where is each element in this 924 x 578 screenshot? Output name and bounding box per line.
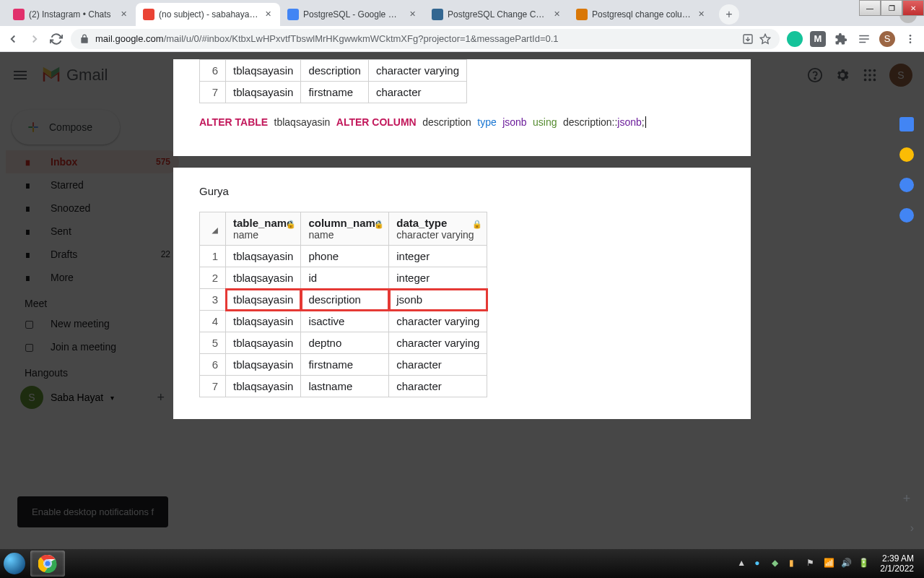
- table-row: 5tblaqsayasindeptnocharacter varying: [200, 332, 487, 354]
- reading-list-icon[interactable]: [856, 31, 872, 47]
- browser-tab[interactable]: PostgreSQL - Google Docs ✕: [280, 3, 424, 26]
- image-panel-1: 6tblaqsayasindescriptioncharacter varyin…: [173, 59, 751, 156]
- svg-point-5: [910, 38, 912, 40]
- clock-date: 2/1/2022: [880, 564, 914, 574]
- table-row: 1tblaqsayasinphoneinteger: [200, 246, 487, 267]
- tab-close-icon[interactable]: ✕: [263, 9, 273, 20]
- tray-icon[interactable]: ◆: [772, 558, 783, 569]
- reload-button[interactable]: [49, 32, 64, 46]
- forward-button[interactable]: [27, 32, 42, 46]
- contacts-icon[interactable]: [899, 208, 914, 223]
- tab-close-icon[interactable]: ✕: [118, 9, 128, 20]
- table-row: 3tblaqsayasindescriptionjsonb: [200, 289, 487, 311]
- tab-close-icon[interactable]: ✕: [407, 9, 417, 20]
- url-text: mail.google.com/mail/u/0/#inbox/KtbxLwHP…: [95, 33, 736, 44]
- volume-icon[interactable]: 🔊: [841, 558, 853, 569]
- new-tab-button[interactable]: +: [719, 4, 739, 25]
- col-table-name[interactable]: table_namename🔒: [226, 212, 301, 246]
- table-row: 7tblaqsayasinfirstnamecharacter: [200, 82, 467, 103]
- svg-point-4: [910, 35, 912, 37]
- attachment-viewer: 6tblaqsayasindescriptioncharacter varyin…: [173, 52, 751, 549]
- back-button[interactable]: [6, 32, 20, 46]
- table-row: 2tblaqsayasinidinteger: [200, 267, 487, 289]
- browser-tab-strip: (2) Instagram • Chats ✕ (no subject) - s…: [0, 0, 924, 26]
- extensions-button[interactable]: [833, 31, 849, 47]
- tab-favicon: [576, 9, 588, 20]
- lock-icon: [79, 34, 90, 44]
- tab-favicon: [287, 9, 299, 20]
- tab-favicon: [432, 9, 443, 20]
- table-row: 6tblaqsayasinfirstnamecharacter: [200, 354, 487, 376]
- tab-title: (no subject) - sabahayatkha: [159, 9, 258, 20]
- calendar-icon[interactable]: [899, 117, 914, 131]
- tray-icon[interactable]: ▮: [789, 558, 801, 569]
- battery-icon[interactable]: 🔋: [858, 558, 870, 569]
- menu-button[interactable]: [902, 31, 918, 47]
- tab-close-icon[interactable]: ✕: [696, 9, 706, 20]
- db-schema-table-partial: 6tblaqsayasindescriptioncharacter varyin…: [199, 59, 467, 103]
- lock-icon: 🔒: [374, 220, 384, 229]
- keep-icon[interactable]: [899, 147, 914, 162]
- tray-icon[interactable]: ▲: [737, 558, 749, 569]
- tab-title: Postgresql change column: [592, 9, 692, 20]
- browser-tab[interactable]: (no subject) - sabahayatkha ✕: [136, 3, 280, 26]
- tab-close-icon[interactable]: ✕: [552, 9, 562, 20]
- maximize-button[interactable]: ❐: [881, 0, 902, 16]
- tab-title: PostgreSQL - Google Docs: [303, 9, 403, 20]
- lock-icon: 🔒: [286, 220, 296, 229]
- col-data-type[interactable]: data_typecharacter varying🔒: [389, 212, 487, 246]
- lock-icon: 🔒: [472, 220, 482, 229]
- tray-icon[interactable]: ●: [754, 558, 766, 569]
- panel-title: Gurya: [173, 168, 751, 204]
- close-button[interactable]: ✕: [902, 0, 924, 16]
- tray-icon[interactable]: ⚑: [806, 558, 818, 569]
- install-icon[interactable]: [742, 33, 754, 45]
- image-panel-2: Gurya ◢ table_namename🔒 column_namename🔒…: [173, 168, 751, 419]
- col-column-name[interactable]: column_namename🔒: [301, 212, 389, 246]
- grammarly-extension-icon[interactable]: [787, 31, 803, 47]
- browser-tab[interactable]: (2) Instagram • Chats ✕: [6, 3, 136, 26]
- table-row: 6tblaqsayasindescriptioncharacter varyin…: [200, 60, 467, 82]
- toolbar: mail.google.com/mail/u/0/#inbox/KtbxLwHP…: [0, 26, 924, 52]
- table-row: 4tblaqsayasinisactivecharacter varying: [200, 311, 487, 332]
- window-controls: — ❐ ✕: [859, 0, 924, 16]
- network-icon[interactable]: 📶: [824, 558, 835, 569]
- account-button[interactable]: S: [879, 31, 895, 47]
- tab-title: PostgreSQL Change Colum: [448, 9, 547, 20]
- chrome-task-button[interactable]: [30, 551, 65, 577]
- clock[interactable]: 2:39 AM 2/1/2022: [876, 553, 918, 574]
- clock-time: 2:39 AM: [880, 553, 914, 564]
- db-schema-table: ◢ table_namename🔒 column_namename🔒 data_…: [199, 212, 487, 397]
- svg-point-6: [910, 41, 912, 43]
- tasks-icon[interactable]: [899, 178, 914, 192]
- add-addon-button[interactable]: +: [899, 491, 914, 506]
- browser-tab[interactable]: PostgreSQL Change Colum ✕: [424, 3, 569, 26]
- tab-favicon: [143, 9, 154, 20]
- collapse-panel-icon[interactable]: ›: [910, 522, 914, 535]
- sql-statement: ALTER TABLE tblaqsayasin ALTER COLUMN de…: [199, 116, 725, 129]
- star-icon[interactable]: [759, 33, 771, 45]
- address-bar[interactable]: mail.google.com/mail/u/0/#inbox/KtbxLwHP…: [71, 29, 780, 49]
- taskbar: ▲ ● ◆ ▮ ⚑ 📶 🔊 🔋 2:39 AM 2/1/2022: [0, 549, 924, 578]
- side-panel: + ›: [889, 52, 924, 549]
- tab-favicon: [13, 9, 25, 20]
- minimize-button[interactable]: —: [859, 0, 881, 16]
- browser-tab[interactable]: Postgresql change column ✕: [569, 3, 713, 26]
- start-button[interactable]: [0, 549, 29, 578]
- system-tray: ▲ ● ◆ ▮ ⚑ 📶 🔊 🔋 2:39 AM 2/1/2022: [737, 553, 924, 574]
- table-row: 7tblaqsayasinlastnamecharacter: [200, 376, 487, 397]
- tab-title: (2) Instagram • Chats: [29, 9, 114, 20]
- extension-icon[interactable]: M: [810, 31, 826, 47]
